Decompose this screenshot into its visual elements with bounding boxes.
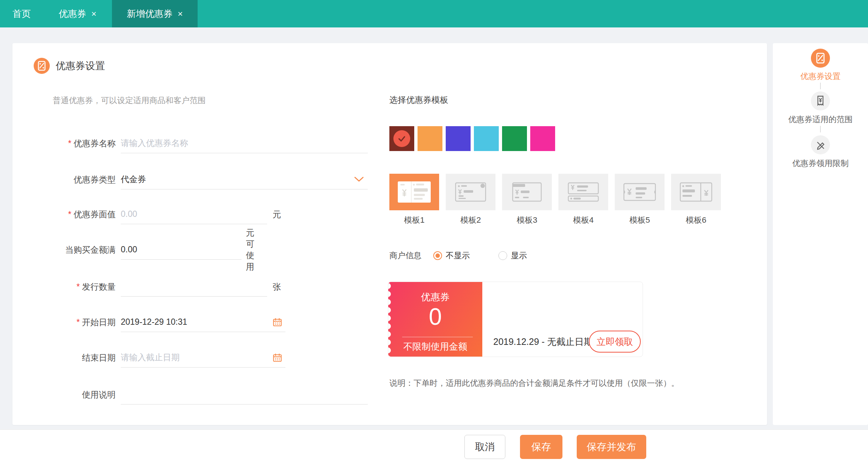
usage-note-label: 使用说明: [35, 389, 116, 400]
cancel-button[interactable]: 取消: [464, 435, 505, 459]
swatch-orange[interactable]: [418, 126, 442, 151]
tab-coupon-list[interactable]: 优惠券 ×: [43, 0, 112, 27]
template-label: 模板6: [671, 215, 721, 226]
template-option-1[interactable]: 模板1: [389, 174, 439, 226]
coupon-name-input[interactable]: [121, 138, 368, 148]
end-date-input[interactable]: [121, 353, 285, 362]
save-and-publish-button[interactable]: 保存并发布: [577, 435, 646, 459]
start-date-label: *开始日期: [35, 317, 116, 328]
swatch-purple[interactable]: [446, 126, 471, 151]
preview-usage-limit: 不限制使用金额: [388, 340, 482, 353]
preview-coupon-name: 优惠券: [388, 291, 482, 304]
coupon-percent-icon: [34, 58, 50, 74]
step-connector: [820, 126, 821, 132]
template-label: 模板2: [446, 215, 495, 226]
usage-note-input[interactable]: [121, 389, 368, 399]
field-row-min-purchase: 当购买金额满 元可使用: [35, 240, 242, 260]
min-purchase-unit: 元可使用: [246, 227, 254, 272]
issue-count-label: *发行数量: [35, 281, 116, 293]
template-coupon-icon: [558, 174, 608, 210]
coupon-type-select[interactable]: 代金券: [121, 170, 368, 189]
form-subtitle: 普通优惠券，可以设定适用商品和客户范围: [53, 95, 206, 106]
end-date-label: 结束日期: [35, 352, 116, 364]
tab-home-label: 首页: [12, 8, 31, 20]
field-row-issue-count: *发行数量 张: [35, 277, 267, 297]
coupon-type-label: 优惠券类型: [35, 174, 116, 185]
required-marker: *: [76, 317, 80, 327]
coupon-settings-card: 优惠券设置 普通优惠券，可以设定适用商品和客户范围 选择优惠券模板 *优惠券名称…: [12, 43, 767, 425]
step3-label: 优惠券领用限制: [773, 158, 868, 169]
save-button[interactable]: 保存: [520, 435, 562, 459]
action-footer: 取消 保存 保存并发布: [0, 429, 868, 463]
template-label: 模板1: [389, 215, 439, 226]
issue-count-unit: 张: [273, 281, 281, 293]
template-label: 模板3: [502, 215, 552, 226]
template-option-5[interactable]: 模板5: [615, 174, 665, 226]
face-value-label: *优惠券面值: [35, 209, 116, 220]
swatch-red[interactable]: [389, 126, 414, 151]
tab-new-coupon-label: 新增优惠券: [127, 8, 172, 20]
field-row-end-date: 结束日期: [35, 348, 285, 368]
face-value-input[interactable]: [121, 209, 267, 219]
required-marker: *: [68, 210, 71, 219]
preview-validity: 2019.12.29 - 无截止日期: [493, 336, 593, 348]
tab-new-coupon[interactable]: 新增优惠券 ×: [112, 0, 198, 27]
template-coupon-icon: [615, 174, 665, 210]
template-section-title: 选择优惠券模板: [389, 94, 448, 106]
required-marker: *: [76, 282, 80, 291]
field-row-start-date: *开始日期: [35, 312, 285, 332]
field-row-face-value: *优惠券面值 元: [35, 204, 267, 224]
template-coupon-icon: [671, 174, 721, 210]
coupon-edit-screen: 首页 优惠券 × 新增优惠券 × 优惠券设置 普通优惠券，可以设定适用商品和客户…: [0, 0, 868, 463]
required-marker: *: [68, 139, 71, 148]
calendar-icon[interactable]: [272, 317, 283, 327]
template-coupon-icon: [446, 174, 495, 210]
template-label: 模板5: [615, 215, 665, 226]
template-option-2[interactable]: 模板2: [446, 174, 495, 226]
radio-option-hide[interactable]: 不显示: [433, 250, 470, 261]
close-icon[interactable]: ×: [91, 9, 96, 19]
claim-now-button[interactable]: 立即领取: [589, 331, 641, 353]
field-row-usage-note: 使用说明: [35, 385, 368, 404]
color-swatches: [389, 126, 555, 151]
preview-divider: [402, 337, 473, 337]
check-icon: [393, 130, 410, 147]
start-date-input[interactable]: [121, 317, 285, 327]
step2-scope-icon[interactable]: [811, 91, 830, 110]
template-option-4[interactable]: 模板4: [558, 174, 608, 226]
template-thumbnails: 模板1 模板2: [389, 174, 721, 226]
swatch-green[interactable]: [502, 126, 527, 151]
tab-coupon-list-label: 优惠券: [59, 8, 86, 20]
top-tab-bar: 首页 优惠券 × 新增优惠券 ×: [0, 0, 868, 27]
coupon-preview-left: 优惠券 0 不限制使用金额: [388, 282, 482, 357]
coupon-type-value: 代金券: [121, 174, 368, 185]
issue-count-input[interactable]: [121, 282, 267, 291]
template-coupon-icon: [502, 174, 552, 210]
page-head: 优惠券设置: [34, 58, 105, 74]
swatch-cyan[interactable]: [474, 126, 499, 151]
preview-amount: 0: [388, 304, 482, 330]
template-coupon-icon: [389, 174, 439, 210]
field-row-coupon-name: *优惠券名称: [35, 133, 368, 153]
close-icon[interactable]: ×: [177, 9, 183, 19]
min-purchase-input[interactable]: [121, 245, 242, 255]
step1-coupon-settings-icon[interactable]: [811, 49, 830, 68]
radio-unselected-icon[interactable]: [498, 251, 507, 260]
face-value-unit: 元: [273, 209, 281, 220]
merchant-info-label: 商户信息: [389, 250, 422, 261]
radio-option-show[interactable]: 显示: [498, 250, 527, 261]
merchant-info-row: 商户信息 不显示 显示: [389, 249, 555, 262]
step3-limit-icon[interactable]: [811, 135, 830, 154]
radio-selected-icon[interactable]: [433, 251, 442, 260]
page-title: 优惠券设置: [56, 59, 105, 72]
calendar-icon[interactable]: [272, 353, 283, 363]
swatch-magenta[interactable]: [530, 126, 555, 151]
step1-label: 优惠券设置: [773, 71, 868, 82]
coupon-preview: 优惠券 0 不限制使用金额 2019.12.29 - 无截止日期 立即领取: [388, 282, 643, 357]
field-row-coupon-type: 优惠券类型 代金券: [35, 170, 368, 189]
tab-home[interactable]: 首页: [0, 0, 43, 27]
template-label: 模板4: [558, 215, 608, 226]
chevron-down-icon[interactable]: [354, 176, 364, 182]
template-option-3[interactable]: 模板3: [502, 174, 552, 226]
template-option-6[interactable]: 模板6: [671, 174, 721, 226]
